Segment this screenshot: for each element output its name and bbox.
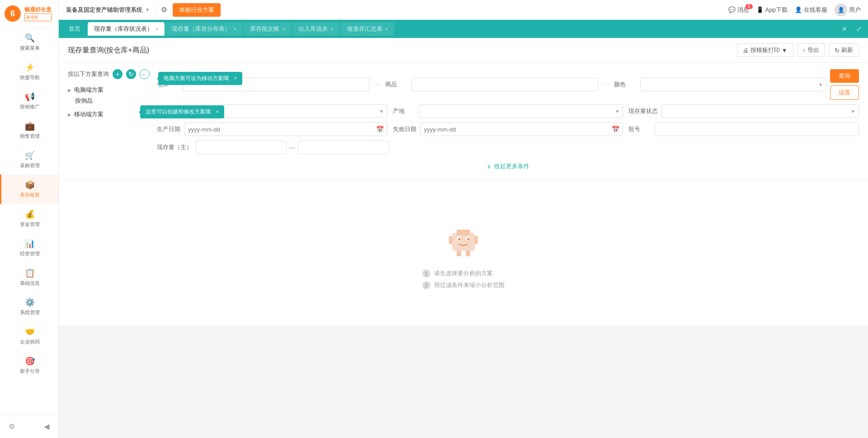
sidebar-item-sales[interactable]: 💼 销售管理	[0, 116, 58, 145]
search-button[interactable]: 查询	[830, 69, 859, 83]
expiry-date-input[interactable]	[420, 122, 623, 136]
sidebar-item-guide[interactable]: 🎯 新手引导	[0, 351, 58, 380]
arrow-scheme-button[interactable]: ←	[140, 69, 150, 79]
tab-batch-ledger[interactable]: 库存批次账 ×	[244, 22, 291, 36]
add-scheme-button[interactable]: +	[113, 69, 123, 79]
desktop-scheme-child-item[interactable]: 按倒品	[75, 95, 150, 106]
export-button[interactable]: ↑ 导出	[797, 43, 826, 57]
sidebar-item-purchase[interactable]: 🛒 采购管理	[0, 145, 58, 174]
color-filter: 颜色 ▼	[614, 78, 826, 91]
batch-no-filter: 批号	[628, 122, 859, 136]
sidebar-item-finance[interactable]: 💰 资金管理	[0, 204, 58, 233]
print-arrow: ▼	[782, 47, 788, 54]
empty-state: 1 请先选择要分析的方案 2 用过滤条件来缩小分析范围	[59, 181, 868, 325]
goods-input[interactable]	[411, 78, 598, 91]
stock-status-filter: 现存量状态 ▼	[628, 104, 859, 118]
search-icon: 🔍	[25, 33, 35, 43]
batch-no-input[interactable]	[655, 122, 859, 136]
expand-tabs-icon[interactable]: ⤢	[854, 24, 864, 34]
enterprise-icon: 🤝	[25, 327, 35, 337]
tooltip-scheme-mobile: 电脑方案可设为移动方案哦 ×	[158, 72, 242, 85]
range-dash: —	[289, 144, 295, 151]
app-download-item[interactable]: 📱 App下载	[756, 6, 788, 14]
origin-select-wrap: ▼	[419, 104, 623, 118]
sidebar-item-search[interactable]: 🔍 搜索菜单	[0, 28, 58, 57]
sidebar-bottom: ⚙ ◀	[0, 414, 58, 438]
tooltip1-close[interactable]: ×	[234, 75, 237, 81]
svg-rect-8	[457, 251, 461, 256]
tab-inventory-dist[interactable]: 现存量（库存分布表） ×	[165, 22, 242, 36]
tab-collect-summary[interactable]: 收发存汇总表 ×	[341, 22, 394, 36]
collapse-up-icon: ∧	[487, 163, 491, 170]
stock-qty-from-input[interactable]	[196, 141, 287, 154]
purchase-icon: 🛒	[25, 151, 35, 160]
svg-rect-7	[474, 236, 478, 244]
svg-rect-0	[452, 233, 475, 251]
collapse-filter-label: 收起更多条件	[494, 162, 529, 170]
settings-bottom-icon[interactable]: ⚙	[5, 420, 18, 433]
industry-plan-button[interactable]: 体验行业方案	[173, 3, 221, 17]
guide-icon: 🎯	[25, 356, 35, 366]
tab-inventory-status-close[interactable]: ×	[156, 26, 158, 32]
sidebar-item-label: 新手引导	[20, 368, 40, 375]
template-print-button[interactable]: 🖨 按模板打印 ▼	[737, 43, 793, 57]
sidebar-item-quick-nav[interactable]: ⚡ 快捷导航	[0, 57, 58, 86]
online-service-item[interactable]: 👤 在线客服	[795, 6, 827, 14]
expiry-date-calendar-icon[interactable]: 📅	[612, 126, 619, 133]
user-item[interactable]: 👤 用户	[835, 4, 861, 16]
sidebar-item-label: 采购管理	[20, 162, 40, 169]
sidebar-item-basic[interactable]: 📋 基础信息	[0, 263, 58, 292]
tab-in-out-flow-close[interactable]: ×	[330, 26, 333, 32]
origin-select[interactable]	[419, 104, 623, 118]
refresh-icon: ↻	[835, 47, 840, 54]
svg-point-4	[458, 238, 461, 240]
header-settings-icon[interactable]: ⚙	[161, 5, 167, 14]
logo-icon: 6	[5, 5, 21, 22]
operations-icon: 📊	[25, 239, 35, 249]
system-name-selector[interactable]: 装备及固定资产辅助管理系统 ▼	[66, 6, 150, 14]
close-all-tabs-icon[interactable]: ✕	[839, 24, 850, 34]
sidebar-item-inventory[interactable]: 📦 库存核算	[0, 174, 58, 204]
tooltip-scheme-create: 这里可以创建和修改方案哦 ×	[140, 105, 224, 118]
tip-num-1: 1	[422, 269, 430, 278]
scheme-selector-col: 按以下方案查询 + ↻ ← 电脑方案可设为移动方案哦 × ▶ 电	[68, 69, 150, 174]
color-select[interactable]	[640, 78, 826, 91]
sidebar-item-label: 销售管理	[20, 133, 40, 140]
sidebar-item-marketing[interactable]: 📢 营销推广	[0, 86, 58, 116]
collapse-filter-button[interactable]: ∧ 收起更多条件	[157, 159, 859, 174]
tab-in-out-flow[interactable]: 出入库流水 ×	[292, 22, 340, 36]
stock-status-select[interactable]	[661, 104, 859, 118]
setting-button[interactable]: 设置	[830, 85, 859, 100]
tab-collect-summary-close[interactable]: ×	[385, 26, 388, 32]
expiry-date-label: 失效日期	[393, 125, 416, 133]
message-icon-item[interactable]: 💬 消息 6	[728, 6, 749, 14]
tooltip2-close[interactable]: ×	[216, 108, 219, 115]
online-service-label: 在线客服	[804, 6, 827, 14]
color-label: 颜色	[614, 80, 637, 89]
prod-date-calendar-icon[interactable]: 📅	[376, 126, 384, 133]
refresh-button[interactable]: ↻ 刷新	[829, 43, 859, 57]
tab-home[interactable]: 首页	[62, 22, 87, 36]
refresh-scheme-button[interactable]: ↻	[126, 69, 136, 79]
tab-in-out-flow-label: 出入库流水	[298, 25, 328, 33]
sidebar-item-system[interactable]: ⚙️ 系统管理	[0, 292, 58, 321]
sidebar-item-label: 基础信息	[20, 280, 40, 287]
tab-batch-ledger-close[interactable]: ×	[282, 26, 285, 32]
stock-qty-filter: 现存量（主） —	[157, 141, 389, 154]
inventory-icon: 📦	[25, 180, 35, 190]
search-action-buttons: 查询 设置	[830, 69, 859, 100]
prod-date-input[interactable]	[184, 122, 387, 136]
collapse-sidebar-icon[interactable]: ◀	[40, 420, 53, 433]
goods-dots: ···	[602, 80, 610, 89]
sidebar-item-operations[interactable]: 📊 经营管理	[0, 233, 58, 263]
stock-qty-range: —	[196, 141, 389, 154]
desktop-scheme-item[interactable]: ▶ 电脑端方案	[68, 85, 150, 95]
sidebar-item-enterprise[interactable]: 🤝 企业协同	[0, 321, 58, 351]
tab-inventory-status[interactable]: 现存量（库存状况表） ×	[88, 22, 165, 36]
stock-qty-to-input[interactable]	[298, 141, 389, 154]
sidebar-nav: 🔍 搜索菜单 ⚡ 快捷导航 📢 营销推广 💼 销售管理 🛒 采购管理 📦 库存核…	[0, 28, 58, 414]
page-actions: 🖨 按模板打印 ▼ ↑ 导出 ↻ 刷新	[737, 43, 859, 57]
sidebar-item-label: 库存核算	[20, 192, 40, 198]
tab-inventory-dist-close[interactable]: ×	[233, 26, 236, 32]
goods-label: 商品	[385, 80, 408, 89]
